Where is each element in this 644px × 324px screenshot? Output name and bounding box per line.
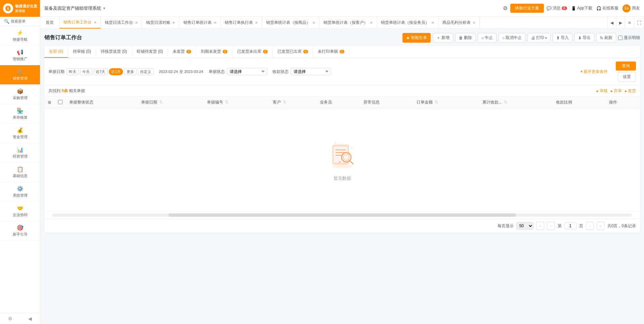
sidebar-item-purchase-mgmt[interactable]: 📦 采购管理 <box>0 85 40 104</box>
tab-sales-order-stat-close[interactable]: ✕ <box>214 21 216 25</box>
date-btn-custom[interactable]: 自定义 <box>138 68 154 75</box>
tab-product-margin[interactable]: 商品毛利分析表 ✕ <box>438 17 480 29</box>
sidebar-settings-btn[interactable]: ⚙ <box>8 316 12 321</box>
date-btn-more[interactable]: 更多 <box>124 68 136 75</box>
toolbar-review-action[interactable]: ● 审核 <box>596 88 607 94</box>
topbar-dropdown-arrow[interactable]: ▾ <box>103 6 105 11</box>
filter-tab-pending-review[interactable]: 待审核 (0) <box>68 46 96 58</box>
tab-sales-stat-product[interactable]: 销货单统计表（按商品） ✕ <box>262 17 319 29</box>
payment-select[interactable]: 请选择 <box>291 68 331 75</box>
date-btn-1month[interactable]: 近1月 <box>109 68 123 75</box>
tab-close-all-btn[interactable]: ✕ <box>625 17 634 29</box>
tab-sales-stat-product-close[interactable]: ✕ <box>312 21 315 25</box>
show-detail-checkbox-label[interactable]: 显示明细 <box>618 35 640 41</box>
export-button[interactable]: ⬇ 导出 <box>574 33 594 43</box>
horizontal-scrollbar[interactable] <box>52 213 632 217</box>
topbar-gear-icon[interactable]: ⚙ <box>503 5 508 11</box>
th-number[interactable]: 单据编号 ⇅ <box>204 97 269 108</box>
sidebar-item-new-guide[interactable]: 🎯 新手引导 <box>0 221 40 241</box>
sidebar-item-inventory-check[interactable]: 🏪 库存核算 <box>0 104 40 124</box>
page-size-select[interactable]: 50 10 20 100 <box>516 222 533 230</box>
topbar-app-download-item[interactable]: 📱 App下载 <box>571 5 592 11</box>
filter-tab-overdue-not-shipped[interactable]: 到期未发货 0 <box>196 46 232 58</box>
topbar-user-item[interactable]: Ea 用友 <box>622 4 640 12</box>
star-icon: ★ <box>406 36 410 40</box>
page-first-button[interactable]: « <box>536 222 544 230</box>
page-next-button[interactable]: › <box>586 222 594 230</box>
page-number-input[interactable] <box>564 222 576 229</box>
sidebar-item-finance-mgmt[interactable]: 💰 资金管理 <box>0 124 40 143</box>
sidebar-logo[interactable]: 6 畅捷通好生意 标准版 <box>0 0 40 17</box>
topbar-online-service-item[interactable]: 🎧 在线客服 <box>596 5 618 11</box>
expand-conditions-button[interactable]: ▾ 展开更多条件 <box>581 69 608 75</box>
sidebar-item-enterprise-collab[interactable]: 🤝 企业协同 <box>0 202 40 221</box>
horizontal-scroll-thumb[interactable] <box>168 213 516 217</box>
date-input-range: 2023-02-24 至 2023-03-24 <box>159 69 203 74</box>
tab-sales-order-stat[interactable]: 销售订单统计表 ✕ <box>179 17 221 29</box>
setting-button[interactable]: 设置 <box>618 72 636 82</box>
refresh-button[interactable]: ↻ 刷新 <box>596 33 616 43</box>
filter-tab-not-shipped-badge: 0 <box>186 50 191 53</box>
tab-home[interactable]: 首页 <box>40 17 59 29</box>
filter-tab-not-printed[interactable]: 未打印单据 0 <box>313 46 349 58</box>
import-button[interactable]: ⬆ 导入 <box>553 33 572 43</box>
page-last-button[interactable]: » <box>597 222 605 230</box>
search-bar: 单据日期 昨天 今天 近7天 近1月 更多 自定义 2023-02-24 至 <box>44 58 640 85</box>
smart-generate-button[interactable]: ★ 智能生单 <box>402 33 431 43</box>
sidebar-item-marketing-promo[interactable]: 📢 营销推广 <box>0 46 40 65</box>
date-btn-7days[interactable]: 近7天 <box>93 68 108 75</box>
sidebar-item-system-mgmt[interactable]: ⚙️ 系统管理 <box>0 182 40 202</box>
tab-sales-stat-customer[interactable]: 销货单统计表（按客户） ✕ <box>319 17 377 29</box>
th-customer[interactable]: 客户 ⇅ <box>269 97 316 108</box>
sidebar-item-sales-mgmt[interactable]: 🛒 销售管理 <box>0 65 40 85</box>
tab-sales-order-exec-close[interactable]: ✕ <box>255 21 258 25</box>
filter-tab-shipped-out[interactable]: 已发货已出库 0 <box>273 46 313 58</box>
stop-button[interactable]: ○ 中止 <box>478 33 497 43</box>
filter-tab-not-shipped[interactable]: 未发货 0 <box>168 46 196 58</box>
tab-product-margin-close[interactable]: ✕ <box>473 21 475 25</box>
tab-sales-stat-staff[interactable]: 销货单统计表（按业务员） ✕ <box>377 17 438 29</box>
sidebar-collapse-btn[interactable]: ◀ <box>28 316 32 321</box>
tab-sales-workbench[interactable]: 销售订单工作台 ✕ <box>59 17 101 29</box>
th-date[interactable]: 单据日期 ⇅ <box>138 97 204 108</box>
delete-button[interactable]: 🗑 删除 <box>455 33 476 43</box>
payment-label: 收款状态 <box>272 69 289 75</box>
th-collected[interactable]: 累计收款... ⇅ <box>479 97 553 108</box>
sidebar-search-item[interactable]: 🔍 搜索菜单 <box>0 17 40 26</box>
tab-cash-reconcile-close[interactable]: ✕ <box>172 21 175 25</box>
industry-solution-button[interactable]: 体验行业方案 <box>510 4 544 13</box>
tab-sales-order-exec[interactable]: 销售订单执行表 ✕ <box>221 17 262 29</box>
th-amount[interactable]: 订单金额 ⇅ <box>413 97 479 108</box>
filter-tab-wangpu-pending[interactable]: 旺铺待发货 (0) <box>132 46 168 58</box>
tab-scroll-next-btn[interactable]: ▶ <box>616 17 625 29</box>
date-btn-today[interactable]: 今天 <box>80 68 92 75</box>
topbar-message-item[interactable]: 💬 消息 6 <box>547 5 567 11</box>
filter-tab-shipped-not-out[interactable]: 已发货未出库 0 <box>232 46 273 58</box>
query-button[interactable]: 查询 <box>616 62 636 71</box>
tab-cash-daily[interactable]: 钱货日清工作台 ✕ <box>101 17 142 29</box>
tab-scroll-prev-btn[interactable]: ◀ <box>608 17 616 29</box>
tab-sales-stat-staff-close[interactable]: ✕ <box>431 21 434 25</box>
status-select[interactable]: 请选择 <box>227 68 267 75</box>
filter-tab-all[interactable]: 全部 (0) <box>44 46 68 58</box>
show-detail-checkbox[interactable] <box>618 36 622 40</box>
th-checkbox[interactable] <box>55 97 66 108</box>
tab-sales-workbench-close[interactable]: ✕ <box>94 21 96 24</box>
page-prev-button[interactable]: ‹ <box>547 222 555 230</box>
add-button[interactable]: ＋ 新增 <box>433 33 453 43</box>
tab-cash-daily-close[interactable]: ✕ <box>135 21 138 25</box>
filter-tab-pending-inspect[interactable]: 待拣货送货 (0) <box>96 46 132 58</box>
toolbar-ship-action[interactable]: ● 发货 <box>625 88 636 94</box>
select-all-checkbox[interactable] <box>58 100 62 104</box>
sidebar-item-basic-info[interactable]: 📋 基础信息 <box>0 163 40 182</box>
toolbar-abandon-action[interactable]: ● 弃审 <box>610 88 622 94</box>
cancel-stop-button[interactable]: ○ 取消中止 <box>499 33 525 43</box>
tab-cash-reconcile[interactable]: 钱货日清对账 ✕ <box>142 17 179 29</box>
print-button[interactable]: 🖨 打印 ▾ <box>527 33 551 43</box>
tab-maximize-btn[interactable]: ⛶ <box>634 17 644 29</box>
sidebar-item-quick-nav[interactable]: ⚡ 快捷导航 <box>0 26 40 46</box>
date-btn-yesterday[interactable]: 昨天 <box>67 68 79 75</box>
th-settings[interactable]: ⚙ <box>44 97 55 108</box>
sidebar-item-operations-mgmt[interactable]: 📊 经营管理 <box>0 143 40 163</box>
tab-sales-stat-customer-close[interactable]: ✕ <box>370 21 373 25</box>
